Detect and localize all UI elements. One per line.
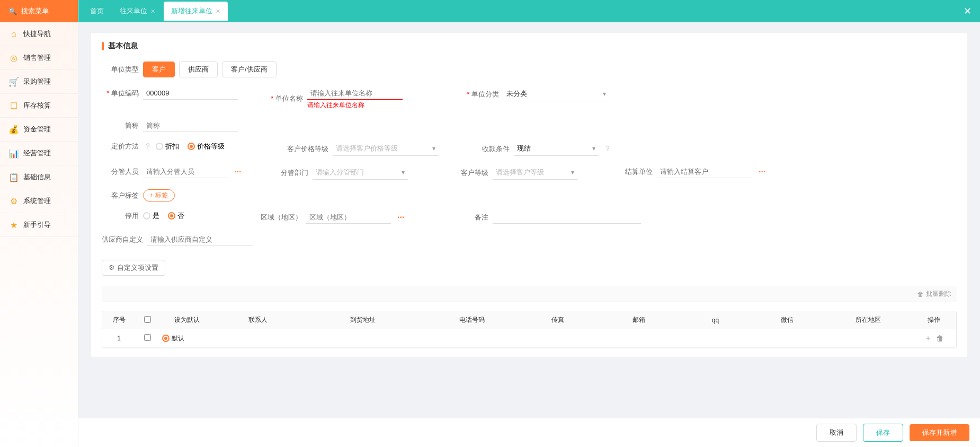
- manager-row: 分管人员 ··· 分管部门 请输入分管部门 ▾ 客户等级 请选择客户等级 ▾: [102, 165, 957, 180]
- region-input[interactable]: [306, 211, 391, 224]
- cancel-button[interactable]: 取消: [816, 424, 857, 442]
- cell-region[interactable]: [825, 329, 911, 348]
- sidebar-item-system[interactable]: ⚙ 系统管理: [0, 189, 78, 213]
- row-add-btn[interactable]: ＋: [924, 334, 932, 343]
- manager-group: 分管人员 ···: [102, 165, 266, 178]
- col-phone: 电话号码: [424, 311, 520, 329]
- dept-select[interactable]: 请输入分管部门 ▾: [313, 165, 408, 180]
- row-checkbox[interactable]: [144, 334, 151, 341]
- fax-input[interactable]: [539, 335, 576, 343]
- tag-add-btn[interactable]: + 标签: [143, 189, 175, 201]
- price-level-select[interactable]: 请选择客户价格等级 ▾: [333, 142, 439, 156]
- sidebar-item-inventory[interactable]: ☐ 库存核算: [0, 94, 78, 118]
- contact-table-element: 序号 设为默认 联系人 到货地址 电话号码 传真 邮箱 qq 微信 所在地区 操…: [102, 311, 956, 348]
- phone-input[interactable]: [448, 335, 496, 343]
- table-header-bar: 🗑 批量删除: [102, 286, 957, 302]
- col-default: 设为默认: [159, 311, 215, 329]
- default-radio-item[interactable]: 默认: [162, 334, 212, 343]
- address-input[interactable]: [331, 335, 395, 343]
- disabled-no-label: 否: [177, 211, 184, 221]
- settle-more-btn[interactable]: ···: [756, 167, 768, 177]
- pricing-help-icon[interactable]: ？: [144, 142, 152, 151]
- region-table-input[interactable]: [847, 335, 889, 343]
- dept-label: 分管部门: [271, 168, 308, 178]
- payment-help-icon[interactable]: ？: [604, 144, 611, 154]
- pricing-price-level-label: 价格等级: [197, 142, 225, 151]
- payment-chevron-icon: ▾: [592, 145, 595, 152]
- tab-partner-new[interactable]: 新增往来单位 ✕: [164, 2, 228, 21]
- pricing-row: 定价方法 ？ 折扣 价格等级 客户价格等级: [102, 142, 957, 156]
- unit-btn-customer[interactable]: 客户: [143, 62, 175, 77]
- manager-more-btn[interactable]: ···: [232, 167, 243, 177]
- wechat-input[interactable]: [769, 335, 806, 343]
- contact-input[interactable]: [237, 335, 279, 343]
- sidebar-item-guide[interactable]: ★ 新手引导: [0, 213, 78, 237]
- note-label: 备注: [451, 213, 488, 222]
- cell-wechat[interactable]: [749, 329, 825, 348]
- region-more-btn[interactable]: ···: [395, 213, 406, 222]
- window-close-button[interactable]: ✕: [959, 5, 976, 17]
- unit-btn-both[interactable]: 客户/供应商: [222, 62, 277, 77]
- col-fax: 传真: [519, 311, 595, 329]
- cell-address[interactable]: [301, 329, 424, 348]
- category-select[interactable]: 未分类 ▾: [503, 87, 609, 101]
- abbr-label: 简称: [102, 121, 139, 130]
- tab-partner-new-close[interactable]: ✕: [216, 8, 220, 15]
- save-button[interactable]: 保存: [863, 424, 903, 442]
- supplier-custom-input[interactable]: [147, 233, 253, 246]
- cell-checkbox[interactable]: [136, 329, 159, 348]
- row-delete-btn[interactable]: 🗑: [936, 334, 943, 343]
- cell-contact[interactable]: [215, 329, 301, 348]
- code-label: 单位编码: [102, 89, 139, 98]
- abbr-input[interactable]: [143, 119, 238, 132]
- sidebar-item-operation[interactable]: 📊 经营管理: [0, 142, 78, 165]
- category-value: 未分类: [506, 89, 527, 99]
- default-radio[interactable]: [162, 335, 170, 342]
- disabled-yes-option[interactable]: 是: [143, 211, 159, 221]
- customer-level-select[interactable]: 请选择客户等级 ▾: [493, 165, 577, 180]
- sidebar-item-purchase[interactable]: 🛒 采购管理: [0, 70, 78, 94]
- sidebar: 🔍 搜索菜单 ⌂ 快捷导航 ◎ 销售管理 🛒 采购管理 ☐ 库存核算 💰 资金管…: [0, 0, 78, 447]
- cell-qq[interactable]: [682, 329, 749, 348]
- table-row: 1 默认: [102, 329, 956, 348]
- tab-partner-list-close[interactable]: ✕: [150, 8, 155, 15]
- dept-placeholder: 请输入分管部门: [316, 168, 364, 177]
- supplier-custom-row: 供应商自定义: [102, 233, 957, 246]
- disabled-yes-radio[interactable]: [143, 212, 150, 220]
- pricing-price-level-radio[interactable]: [188, 143, 195, 150]
- select-all-checkbox[interactable]: [144, 316, 151, 323]
- pricing-price-level-option[interactable]: 价格等级: [188, 142, 225, 151]
- col-email: 邮箱: [596, 311, 682, 329]
- settle-input[interactable]: [657, 165, 752, 178]
- col-qq: qq: [682, 311, 749, 329]
- save-new-button[interactable]: 保存并新增: [910, 424, 969, 441]
- batch-delete-btn[interactable]: 🗑 批量删除: [917, 290, 951, 299]
- disabled-no-radio[interactable]: [168, 212, 175, 220]
- disabled-label: 停用: [102, 211, 139, 221]
- name-input[interactable]: [307, 87, 403, 100]
- payment-value: 现结: [517, 144, 531, 153]
- cell-fax[interactable]: [519, 329, 595, 348]
- price-level-label: 客户价格等级: [287, 144, 328, 154]
- manager-input[interactable]: [143, 165, 228, 178]
- sidebar-item-quick-nav[interactable]: ⌂ 快捷导航: [0, 22, 78, 46]
- disabled-no-option[interactable]: 否: [168, 211, 184, 221]
- qq-input[interactable]: [699, 335, 731, 343]
- sidebar-item-basic-info[interactable]: 📋 基础信息: [0, 165, 78, 189]
- code-input[interactable]: [143, 87, 238, 100]
- pricing-discount-option[interactable]: 折扣: [156, 142, 179, 151]
- sidebar-search[interactable]: 🔍 搜索菜单: [0, 0, 78, 22]
- custom-settings-btn[interactable]: ⚙ 自定义项设置: [102, 260, 165, 276]
- sidebar-item-finance[interactable]: 💰 资金管理: [0, 118, 78, 142]
- payment-select[interactable]: 现结 ▾: [514, 142, 599, 156]
- cell-email[interactable]: [596, 329, 682, 348]
- unit-btn-supplier[interactable]: 供应商: [179, 62, 218, 77]
- pricing-discount-radio[interactable]: [156, 143, 163, 150]
- note-input[interactable]: [493, 211, 641, 224]
- tab-partner-list[interactable]: 往来单位 ✕: [112, 2, 163, 21]
- cell-phone[interactable]: [424, 329, 520, 348]
- sidebar-item-sales[interactable]: ◎ 销售管理: [0, 46, 78, 70]
- sidebar-item-label: 销售管理: [23, 53, 51, 63]
- tab-home[interactable]: 首页: [83, 2, 111, 21]
- email-input[interactable]: [618, 335, 660, 343]
